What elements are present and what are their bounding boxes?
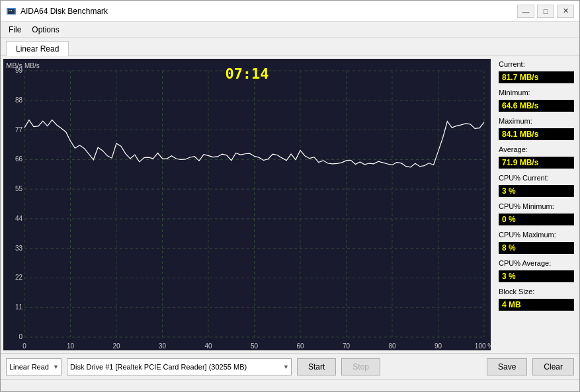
- status-bar: [1, 379, 579, 391]
- svg-rect-3: [11, 10, 12, 11]
- minimize-button[interactable]: —: [517, 5, 534, 18]
- save-button[interactable]: Save: [487, 358, 527, 375]
- disk-select[interactable]: Disk Drive #1 [Realtek PCIE Card Reader]…: [67, 358, 292, 375]
- bottom-bar: Linear Read Disk Drive #1 [Realtek PCIE …: [1, 353, 579, 379]
- maximum-label: Maximum:: [499, 117, 574, 125]
- cpu-maximum-label: CPU% Maximum:: [499, 231, 574, 239]
- main-content: MB/s 07:14 Current: 81.7 MB/s Minimum: 6…: [1, 56, 579, 353]
- menu-bar: File Options: [1, 22, 579, 38]
- window-title: AIDA64 Disk Benchmark: [21, 7, 108, 16]
- cpu-average-label: CPU% Average:: [499, 259, 574, 267]
- clear-button[interactable]: Clear: [532, 358, 574, 375]
- chart-area: MB/s 07:14: [3, 59, 491, 350]
- average-label: Average:: [499, 145, 574, 153]
- maximum-value: 84.1 MB/s: [499, 128, 574, 140]
- cpu-current-label: CPU% Current:: [499, 174, 574, 182]
- current-label: Current:: [499, 60, 574, 68]
- minimum-value: 64.6 MB/s: [499, 100, 574, 112]
- close-button[interactable]: ✕: [557, 5, 574, 18]
- tab-linear-read[interactable]: Linear Read: [6, 41, 69, 56]
- block-size-label: Block Size:: [499, 288, 574, 295]
- app-icon: [6, 6, 17, 17]
- cpu-minimum-label: CPU% Minimum:: [499, 202, 574, 210]
- stop-button[interactable]: Stop: [341, 358, 380, 375]
- cpu-average-value: 3 %: [499, 270, 574, 282]
- current-value: 81.7 MB/s: [499, 71, 574, 83]
- cpu-current-value: 3 %: [499, 185, 574, 197]
- window-controls: — □ ✕: [517, 5, 574, 18]
- benchmark-chart: [3, 59, 491, 350]
- start-button[interactable]: Start: [297, 358, 336, 375]
- maximize-button[interactable]: □: [537, 5, 554, 18]
- test-type-dropdown[interactable]: Linear Read: [6, 358, 62, 375]
- test-dropdown-wrapper: Linear Read: [6, 358, 62, 375]
- block-size-value: 4 MB: [499, 299, 574, 311]
- cpu-minimum-value: 0 %: [499, 214, 574, 225]
- y-axis-label: MB/s: [6, 61, 22, 69]
- tab-bar: Linear Read: [1, 38, 579, 56]
- sidebar: Current: 81.7 MB/s Minimum: 64.6 MB/s Ma…: [493, 56, 579, 353]
- title-bar-left: AIDA64 Disk Benchmark: [6, 6, 108, 17]
- average-value: 71.9 MB/s: [499, 157, 574, 169]
- timer-display: 07:14: [225, 65, 269, 82]
- menu-options[interactable]: Options: [26, 24, 64, 36]
- title-bar: AIDA64 Disk Benchmark — □ ✕: [1, 1, 579, 22]
- minimum-label: Minimum:: [499, 89, 574, 97]
- disk-dropdown-wrapper: Disk Drive #1 [Realtek PCIE Card Reader]…: [67, 358, 292, 375]
- menu-file[interactable]: File: [3, 24, 26, 36]
- svg-rect-2: [9, 10, 10, 11]
- main-window: AIDA64 Disk Benchmark — □ ✕ File Options…: [0, 0, 580, 392]
- cpu-maximum-value: 8 %: [499, 242, 574, 254]
